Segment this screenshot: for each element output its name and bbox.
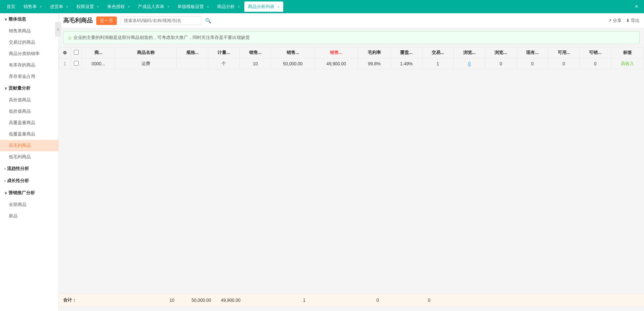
nav-tab-analysis[interactable]: 商品分析 × — [213, 1, 244, 12]
sidebar-item-low-coverage[interactable]: 低覆盖量商品 — [0, 129, 58, 140]
col-views2[interactable]: 浏览... — [485, 47, 517, 58]
row-gross-rate: 99.8% — [358, 58, 391, 69]
header-actions: ↗ 分享 ⬇ 导出 — [608, 18, 640, 24]
share-button[interactable]: ↗ 分享 — [608, 18, 622, 24]
footer-sales-qty-val: 10 — [157, 298, 187, 303]
sidebar-item-low-margin[interactable]: 低毛利商品 — [0, 151, 58, 163]
sidebar-collapse-button[interactable]: « — [55, 22, 61, 37]
table-container[interactable]: ⚙ 商... 商品名称 规格... 计量... 销售... 销售... 销售..… — [59, 47, 644, 293]
select-all-checkbox[interactable] — [74, 50, 79, 55]
info-text: 企业的主要的利润都是这部分商品创造的，可考虑加大推广，同时关注库存是不要出现缺货 — [73, 35, 250, 41]
main-layout: ∨ 整体信息 销售类商品 交易过的商品 商品分类助销率 有库存的商品 库存资金占… — [0, 13, 644, 311]
row-views2: 0 — [485, 58, 517, 69]
footer-spacer2 — [267, 298, 289, 303]
page-title: 高毛利商品 — [63, 17, 93, 25]
sidebar-group-overall[interactable]: ∨ 整体信息 — [0, 13, 58, 25]
col-transaction[interactable]: 交易... — [422, 47, 454, 58]
col-code[interactable]: 商... — [82, 47, 115, 58]
sidebar-item-low-value[interactable]: 低价值商品 — [0, 106, 58, 117]
nav-tab-analysis-list[interactable]: 商品分析列表 × — [244, 1, 283, 12]
period-button[interactable]: 近一月 — [96, 17, 117, 25]
nav-tab-roles[interactable]: 角色授权 × — [104, 1, 134, 12]
footer-spacer5 — [392, 298, 414, 303]
content-area: 高毛利商品 近一月 🔍 ↗ 分享 ⬇ 导出 ◇ 企业的主要的利润都是这部分商品创… — [59, 13, 644, 311]
col-unit[interactable]: 计量... — [208, 47, 240, 58]
close-icon[interactable]: × — [277, 5, 280, 9]
col-gross-rate[interactable]: 毛利率 — [358, 47, 391, 58]
close-icon[interactable]: × — [97, 5, 99, 9]
footer-saleable-val: 0 — [414, 298, 444, 303]
close-icon[interactable]: × — [40, 5, 42, 9]
footer-sales-profit-val: 49,900.00 — [216, 298, 245, 303]
row-spec — [177, 58, 208, 69]
nav-tab-purchase[interactable]: 进货单 × — [46, 1, 72, 12]
col-spec[interactable]: 规格... — [177, 47, 208, 58]
share-icon: ↗ — [608, 18, 612, 23]
col-checkbox[interactable] — [71, 47, 82, 58]
sidebar-item-high-value[interactable]: 高价值商品 — [0, 94, 58, 106]
footer-current-stock-val: 0 — [363, 298, 392, 303]
col-sales-qty[interactable]: 销售... — [240, 47, 271, 58]
col-current-stock[interactable]: 现有... — [517, 47, 548, 58]
sidebar: ∨ 整体信息 销售类商品 交易过的商品 商品分类助销率 有库存的商品 库存资金占… — [0, 13, 59, 311]
content-header: 高毛利商品 近一月 🔍 ↗ 分享 ⬇ 导出 — [59, 13, 644, 28]
nav-tab-sales[interactable]: 销售单 × — [20, 1, 46, 12]
close-all-button[interactable]: × — [632, 3, 641, 10]
col-views1[interactable]: 浏览... — [454, 47, 485, 58]
sidebar-group-marketing[interactable]: ∨ 营销推广分析 — [0, 187, 58, 199]
col-saleable[interactable]: 可销... — [580, 47, 611, 58]
sidebar-item-category-rate[interactable]: 商品分类助销率 — [0, 48, 58, 59]
sidebar-item-all-goods[interactable]: 全部商品 — [0, 199, 58, 210]
chevron-right-icon: › — [4, 179, 6, 183]
close-icon[interactable]: × — [238, 5, 240, 9]
search-button[interactable]: 🔍 — [205, 18, 211, 23]
sidebar-group-growth[interactable]: › 成长性分析 — [0, 175, 58, 187]
close-icon[interactable]: × — [128, 5, 130, 9]
nav-tab-home[interactable]: 首页 — [3, 1, 19, 12]
sidebar-item-traded-goods[interactable]: 交易过的商品 — [0, 37, 58, 48]
close-icon[interactable]: × — [207, 5, 209, 9]
sidebar-item-high-margin[interactable]: 高毛利商品 — [0, 140, 58, 151]
chevron-down-icon: ∨ — [4, 17, 7, 21]
col-available-stock[interactable]: 可用... — [548, 47, 580, 58]
sidebar-item-in-stock[interactable]: 有库存的商品 — [0, 59, 58, 71]
col-sales-profit[interactable]: 销售... — [314, 47, 358, 58]
chevron-down-icon: ∨ — [4, 191, 7, 195]
top-nav: 首页 销售单 × 进货单 × 权限设置 × 角色授权 × 产成品入库单 × 单据… — [0, 0, 644, 13]
row-unit: 个 — [208, 58, 240, 69]
export-button[interactable]: ⬇ 导出 — [626, 18, 640, 24]
nav-tab-template[interactable]: 单据模板设置 × — [174, 1, 213, 12]
row-name: 运费 — [115, 58, 177, 69]
data-table: ⚙ 商... 商品名称 规格... 计量... 销售... 销售... 销售..… — [59, 47, 644, 69]
col-name[interactable]: 商品名称 — [115, 47, 177, 58]
sidebar-group-trend[interactable]: › 流趋性分析 — [0, 163, 58, 175]
row-current-stock: 0 — [517, 58, 548, 69]
nav-tab-permissions[interactable]: 权限设置 × — [73, 1, 103, 12]
export-icon: ⬇ — [626, 18, 630, 23]
row-coverage: 1.49% — [391, 58, 422, 69]
row-transaction: 1 — [422, 58, 454, 69]
col-settings[interactable]: ⚙ — [59, 47, 71, 58]
row-sales-profit: 49,900.00 — [314, 58, 358, 69]
col-sales-amount[interactable]: 销售... — [271, 47, 314, 58]
footer-sales-qty — [98, 298, 157, 303]
col-coverage[interactable]: 覆盖... — [391, 47, 422, 58]
sidebar-group-contribution[interactable]: ∨ 贡献量分析 — [0, 82, 58, 94]
close-icon[interactable]: × — [66, 5, 68, 9]
row-checkbox[interactable] — [71, 58, 82, 69]
close-icon[interactable]: × — [167, 5, 169, 9]
table-header-row: ⚙ 商... 商品名称 规格... 计量... 销售... 销售... 销售..… — [59, 47, 644, 58]
search-input[interactable] — [120, 16, 201, 25]
sidebar-item-stock-capital[interactable]: 库存资金占用 — [0, 71, 58, 82]
bottom-scroll[interactable] — [59, 307, 644, 311]
chevron-down-icon: ∨ — [4, 86, 7, 90]
nav-tab-finished-goods[interactable]: 产成品入库单 × — [134, 1, 173, 12]
sidebar-item-sales-goods[interactable]: 销售类商品 — [0, 25, 58, 37]
sidebar-item-high-coverage[interactable]: 高覆盖量商品 — [0, 117, 58, 129]
row-views1[interactable]: 0 — [454, 58, 485, 69]
sidebar-item-new-goods[interactable]: 新品 — [0, 210, 58, 222]
col-tag[interactable]: 标签 — [611, 47, 644, 58]
footer-spacer1 — [245, 298, 267, 303]
footer-transaction-val: 1 — [289, 298, 319, 303]
row-tag: 高收入 — [611, 58, 644, 69]
